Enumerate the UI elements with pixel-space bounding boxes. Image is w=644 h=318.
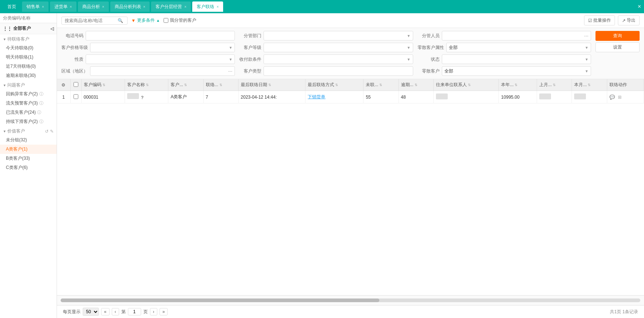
h-scrollbar-track[interactable] — [61, 298, 640, 302]
sidebar-item-a-class-label: A类客户(1) — [6, 146, 28, 152]
nav-tab-analysis-list-close[interactable]: × — [143, 5, 146, 9]
th-settings[interactable]: ⚙ — [57, 79, 70, 91]
sidebar-collapse-btn[interactable]: ◁ — [50, 26, 54, 31]
th-not-contact-days-sort: ⇅ — [379, 83, 382, 87]
th-last-contact-method[interactable]: 最后联络方式 ⇅ — [305, 79, 364, 91]
sidebar-item-churn-warning[interactable]: 流失预警客户(3) ⓘ — [0, 99, 57, 108]
filter-scatter-label: 零散客户 — [418, 68, 440, 74]
sidebar-item-overdue[interactable]: 逾期未联络(30) — [0, 71, 57, 80]
h-scrollbar-thumb[interactable] — [61, 298, 379, 302]
filter-more-conditions[interactable]: ▼ 更多条件 ▲ — [131, 17, 160, 24]
settings-button[interactable]: 设置 — [595, 42, 640, 52]
top-nav: 首页 销售单 × 进货单 × 商品分析 × 商品分析列表 × 客户分层经营 × … — [0, 0, 644, 13]
th-customer-name[interactable]: 客户名称 ⇅ — [125, 79, 168, 91]
filter-payment-select[interactable]: ▼ — [264, 54, 413, 64]
nav-tab-purchase[interactable]: 进货单 × — [50, 1, 76, 12]
nav-tab-analysis-list[interactable]: 商品分析列表 × — [110, 1, 150, 12]
filter-search-icon[interactable]: 🔍 — [118, 18, 123, 23]
th-current-year[interactable]: 本年... ⇅ — [499, 79, 537, 91]
sidebar-item-7days[interactable]: 近7天待联络(0) — [0, 62, 57, 71]
th-contact-person-sort: ⇅ — [468, 83, 471, 87]
nav-tab-customer-tier-close[interactable]: × — [184, 5, 186, 9]
filter-phone-input[interactable] — [86, 31, 235, 40]
th-last-contact-date[interactable]: 最后联络日期 ⇅ — [238, 79, 305, 91]
th-contact-person[interactable]: 往来单位联系人 ⇅ — [433, 79, 498, 91]
batch-op-label: 批量操作 — [593, 17, 611, 24]
filter-customer-grade-select[interactable]: ▼ — [264, 43, 413, 52]
th-current-month[interactable]: 本月... ⇅ — [572, 79, 607, 91]
sidebar-item-repurchase-abnormal[interactable]: 回购异常客户(2) ⓘ — [0, 89, 57, 99]
next-page-button[interactable]: › — [150, 308, 157, 315]
sidebar-value-edit-icon[interactable]: ✎ — [50, 129, 54, 134]
filter-scatter-attr-select[interactable]: 全部 ▼ — [446, 43, 591, 52]
nav-tab-purchase-close[interactable]: × — [70, 5, 72, 9]
filter-more-arrow: ▲ — [156, 18, 160, 22]
nav-tab-sales-close[interactable]: × — [42, 5, 44, 9]
sidebar-item-churned-label: 已流失客户(24) — [6, 109, 36, 116]
sidebar-item-today-label: 今天待联络(0) — [6, 45, 33, 51]
sidebar-group-pending: ▼ 待联络客户 — [0, 34, 57, 43]
th-contact-count[interactable]: 联络... ⇅ — [203, 79, 238, 91]
filter-manager-input[interactable]: ··· — [442, 31, 591, 40]
td-contact-person — [433, 91, 498, 103]
sidebar-item-c-class[interactable]: C类客户(6) — [0, 163, 57, 172]
th-current-month-sort: ⇅ — [588, 83, 591, 87]
nav-tab-analysis[interactable]: 商品分析 × — [78, 1, 109, 12]
query-button[interactable]: 查询 — [595, 31, 640, 41]
th-customer-name-label: 客户名称 — [127, 82, 145, 88]
filter-status-select[interactable]: ▼ — [442, 54, 591, 64]
qrcode-icon[interactable]: ⊞ — [618, 95, 622, 100]
th-customer-code[interactable]: 客户编码 ⇅ — [81, 79, 125, 91]
nav-home[interactable]: 首页 — [3, 1, 21, 12]
sidebar-item-b-class[interactable]: B类客户(33) — [0, 154, 57, 163]
filter-price-grade-select[interactable]: ▼ — [90, 43, 235, 52]
prev-page-button[interactable]: ‹ — [112, 308, 119, 315]
sidebar-value-refresh-icon[interactable]: ↺ — [45, 129, 49, 134]
filter-region-input[interactable]: ··· — [90, 66, 235, 76]
last-page-button[interactable]: » — [160, 308, 168, 315]
th-actions: 联络动作 — [607, 79, 644, 91]
sidebar-item-a-class[interactable]: A类客户(1) — [0, 145, 57, 154]
export-button[interactable]: ↗ 导出 — [618, 15, 640, 25]
chat-icon[interactable]: 💬 — [609, 95, 615, 100]
nav-tab-analysis-close[interactable]: × — [102, 5, 104, 9]
filter-row-payment: 收付款条件 ▼ — [239, 54, 413, 64]
app-close-button[interactable]: × — [638, 3, 641, 10]
page-input[interactable] — [128, 308, 141, 315]
th-contact-count-label: 联络... — [206, 82, 218, 88]
sidebar-item-tomorrow[interactable]: 明天待联络(1) — [0, 53, 57, 62]
th-checkbox[interactable] — [70, 79, 81, 91]
nav-tab-sales[interactable]: 销售单 × — [22, 1, 49, 12]
filter-my-customers[interactable]: 我分管的客户 — [164, 17, 196, 24]
th-contact-person-label: 往来单位联系人 — [436, 82, 467, 88]
td-checkbox[interactable] — [70, 91, 81, 103]
filter-search-input[interactable] — [65, 18, 116, 23]
filter-row-customer-grade: 客户等级 ▼ — [239, 43, 413, 52]
th-customer-type[interactable]: 客户... ⇅ — [168, 79, 203, 91]
row-index: 1 — [62, 95, 65, 100]
filter-dept-select[interactable]: ▼ — [264, 31, 413, 40]
sidebar-search-input[interactable] — [3, 15, 57, 21]
sidebar-item-declining[interactable]: 持续下滑客户(2) ⓘ — [0, 117, 57, 126]
nav-tab-customer-contact-close[interactable]: × — [217, 5, 219, 9]
first-page-button[interactable]: « — [101, 308, 110, 315]
batch-op-button[interactable]: ☑ 批量操作 — [584, 15, 615, 25]
nav-tab-customer-tier[interactable]: 客户分层经营 × — [151, 1, 191, 12]
sidebar-item-unclassified[interactable]: 未分组(32) — [0, 135, 57, 145]
sidebar-item-churned[interactable]: 已流失客户(24) ⓘ — [0, 108, 57, 117]
th-current-year-sort: ⇅ — [515, 83, 518, 87]
th-overdue-days[interactable]: 逾期... ⇅ — [398, 79, 433, 91]
sidebar-item-today[interactable]: 今天待联络(0) — [0, 43, 57, 53]
filter-nature-select[interactable]: ▼ — [86, 54, 235, 64]
row-checkbox[interactable] — [74, 94, 78, 99]
nav-tab-customer-contact[interactable]: 客户联络 × — [192, 1, 223, 12]
filter-my-customers-checkbox[interactable] — [164, 18, 168, 23]
last-contact-method-link[interactable]: 下销货单 — [308, 94, 325, 99]
th-last-month[interactable]: 上月... ⇅ — [537, 79, 572, 91]
overdue-days-value: 48 — [401, 95, 406, 100]
filter-ctype-input[interactable] — [264, 66, 413, 76]
filter-scatter-select[interactable]: 全部 ▼ — [442, 66, 591, 76]
per-page-select[interactable]: 50 — [83, 308, 99, 316]
th-not-contact-days[interactable]: 未联... ⇅ — [364, 79, 398, 91]
select-all-checkbox[interactable] — [74, 82, 78, 87]
